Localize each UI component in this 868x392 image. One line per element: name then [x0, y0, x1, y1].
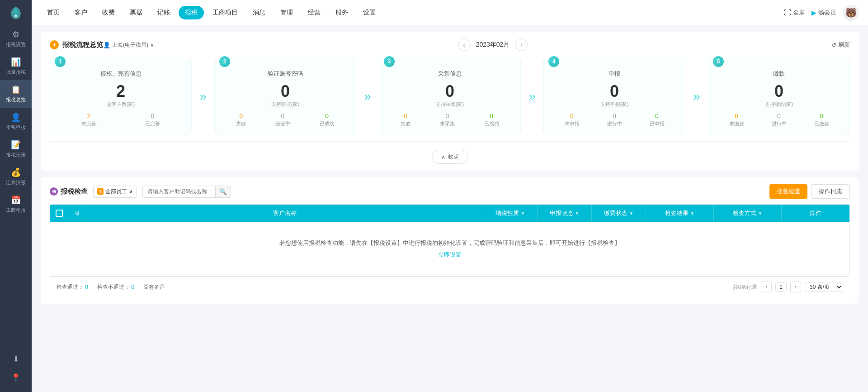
nav-item-management[interactable]: 管理	[274, 6, 299, 19]
flow-card-title: + 报税流程总览	[50, 40, 103, 49]
th-check-result[interactable]: 检查结果 ▼	[646, 205, 714, 222]
nav-items: 首页 客户 收费 票据 记账 报税 工商项目 消息 管理 经营 服务 设置	[41, 6, 784, 19]
check-fail-link[interactable]: 0	[131, 284, 134, 290]
step-stat-3-0: 0 失败	[401, 112, 410, 127]
step-stats-3: 0 失败 0 未采集 0 已成功	[386, 112, 514, 127]
annual-report-icon: 📅	[11, 195, 21, 205]
search-box: 🔍	[142, 186, 231, 198]
sidebar: ⚙ 报税设置 📊 批量报税 📋 报税总览 👤 个税申报 📝 报税记录 💰 汇算清…	[0, 0, 32, 392]
location-icon: 📍	[11, 373, 21, 383]
th-tax-nature[interactable]: 纳税性质 ▼	[483, 205, 538, 222]
sidebar-item-tax-record[interactable]: 📝 报税记录	[0, 135, 32, 163]
filter-triangle-icon: ▼	[629, 211, 634, 216]
th-check-method[interactable]: 检查方式 ▼	[714, 205, 782, 222]
flow-arrow-1: »	[192, 58, 214, 134]
sidebar-item-label: 工商年报	[6, 207, 26, 214]
flow-card-header: + 报税流程总览 👤 上海(电子税局) ∨ ‹ 2023年02月 › ↺	[50, 38, 850, 51]
nav-item-settings[interactable]: 设置	[357, 6, 382, 19]
nav-item-service[interactable]: 服务	[329, 6, 354, 19]
date-prev-button[interactable]: ‹	[458, 38, 471, 51]
step-number-5: 5	[713, 56, 724, 67]
top-nav: 首页 客户 收费 票据 记账 报税 工商项目 消息 管理 经营 服务 设置 ⛶ …	[32, 0, 868, 25]
filter-triangle-icon: ▼	[575, 211, 580, 216]
step-title-2: 验证账号密码	[222, 70, 349, 78]
nav-item-home[interactable]: 首页	[41, 6, 66, 19]
chevron-down-icon: ∨	[150, 42, 154, 48]
employee-filter[interactable]: 员 全部员工 ∨	[93, 186, 137, 198]
batch-check-button[interactable]: 批量检查	[769, 184, 807, 199]
main-container: 首页 客户 收费 票据 记账 报税 工商项目 消息 管理 经营 服务 设置 ⛶ …	[32, 0, 868, 392]
flow-step-1: 1 授权、完善信息 2 总客户数(家) 2 未完善 0 已完善	[50, 58, 192, 134]
fullscreen-button[interactable]: ⛶ 全屏	[784, 9, 805, 17]
step-count-4: 0	[551, 81, 678, 101]
select-all-checkbox[interactable]	[56, 210, 63, 217]
nav-item-accounting[interactable]: 记账	[151, 6, 176, 19]
nav-item-tax[interactable]: 报税	[179, 6, 204, 19]
sidebar-item-tax-overview[interactable]: 📋 报税总览	[0, 80, 32, 108]
flow-step-4: 4 申报 0 支持申报(家) 0 未申报 0 进行中	[543, 58, 685, 134]
page-next-button[interactable]: ›	[790, 282, 801, 292]
step-count-2: 0	[222, 81, 349, 101]
page-size-select[interactable]: 30 条/页 50 条/页 100 条/页	[805, 282, 843, 292]
has-note-stat: 囧有备注	[143, 283, 165, 291]
nav-item-invoices[interactable]: 票据	[123, 6, 149, 19]
nav-item-client[interactable]: 客户	[68, 6, 94, 19]
flow-step-5: 5 缴款 0 支持缴款(家) 0 未缴款 0 进行中	[708, 58, 850, 134]
sidebar-item-label: 汇算清缴	[6, 179, 26, 186]
collapse-icon: ∧	[441, 154, 445, 160]
check-header: ⊕ 报税检查 员 全部员工 ∨ 🔍 批量检查 操作日志	[50, 184, 850, 199]
tax-overview-icon: 📋	[11, 85, 21, 95]
nav-item-fees[interactable]: 收费	[96, 6, 121, 19]
tax-check-card: ⊕ 报税检查 员 全部员工 ∨ 🔍 批量检查 操作日志	[41, 177, 859, 304]
page-number: 1	[775, 282, 787, 292]
step-subtitle-5: 支持缴款(家)	[715, 101, 843, 108]
location-badge[interactable]: 👤 上海(电子税局) ∨	[103, 41, 154, 49]
plus-icon: +	[50, 40, 59, 49]
sidebar-item-settlement[interactable]: 💰 汇算清缴	[0, 163, 32, 191]
avatar[interactable]: 🐻	[843, 5, 859, 21]
sidebar-item-batch-tax[interactable]: 📊 批量报税	[0, 53, 32, 80]
step-number-2: 2	[219, 56, 230, 67]
collapse-button[interactable]: ∧ 收起	[432, 150, 468, 164]
step-number-4: 4	[548, 56, 559, 67]
nav-item-operations[interactable]: 经营	[302, 6, 327, 19]
vip-button[interactable]: ▶ 畅会员	[811, 9, 836, 17]
svg-point-0	[14, 14, 17, 17]
sidebar-item-location[interactable]: 📍	[0, 368, 32, 387]
nav-item-business[interactable]: 工商项目	[206, 6, 244, 19]
th-checkbox[interactable]	[50, 205, 68, 222]
step-stat-5-2: 0 已缴款	[814, 112, 829, 127]
table-header: ⚙ 客户名称 纳税性质 ▼ 申报状态 ▼ 缴费状态 ▼	[50, 205, 849, 222]
nav-item-message[interactable]: 消息	[246, 6, 272, 19]
operation-log-button[interactable]: 操作日志	[811, 184, 850, 199]
check-pass-stat: 检查通过： 0	[57, 283, 88, 291]
step-stats-2: 0 失败 0 验证中 0 已成功	[222, 112, 349, 127]
sidebar-item-annual-report[interactable]: 📅 工商年报	[0, 191, 32, 218]
setup-link[interactable]: 立即设置	[438, 251, 462, 259]
th-pay-status[interactable]: 缴费状态 ▼	[592, 205, 646, 222]
step-count-5: 0	[715, 81, 843, 101]
check-pass-link[interactable]: 0	[85, 284, 88, 290]
table-footer: 检查通过： 0 检查不通过： 0 囧有备注 共0条记录 ‹ 1 › 30 条/页	[50, 277, 850, 297]
step-stat-3-2: 0 已成功	[484, 112, 499, 127]
sidebar-item-download[interactable]: ⬇	[0, 349, 32, 368]
refresh-button[interactable]: ↺ 刷新	[831, 41, 850, 49]
footer-left: 检查通过： 0 检查不通过： 0 囧有备注	[57, 283, 165, 291]
app-logo[interactable]	[0, 0, 32, 25]
flow-arrow-3: »	[521, 58, 543, 134]
sidebar-item-label: 报税记录	[6, 152, 26, 158]
sidebar-item-personal-report[interactable]: 👤 个税申报	[0, 108, 32, 135]
step-stat-4-0: 0 未申报	[565, 112, 580, 127]
nav-right: ⛶ 全屏 ▶ 畅会员 🐻	[784, 5, 859, 21]
th-gear[interactable]: ⚙	[68, 205, 86, 222]
flow-overview-card: + 报税流程总览 👤 上海(电子税局) ∨ ‹ 2023年02月 › ↺	[41, 32, 859, 171]
sidebar-item-tax-settings[interactable]: ⚙ 报税设置	[0, 25, 32, 53]
content: + 报税流程总览 👤 上海(电子税局) ∨ ‹ 2023年02月 › ↺	[32, 25, 868, 392]
date-next-button[interactable]: ›	[515, 38, 528, 51]
th-report-status[interactable]: 申报状态 ▼	[538, 205, 592, 222]
search-input[interactable]	[143, 186, 215, 197]
page-prev-button[interactable]: ‹	[761, 282, 772, 292]
filter-triangle-icon: ▼	[521, 211, 525, 216]
search-button[interactable]: 🔍	[215, 186, 231, 197]
step-title-5: 缴款	[715, 70, 843, 78]
